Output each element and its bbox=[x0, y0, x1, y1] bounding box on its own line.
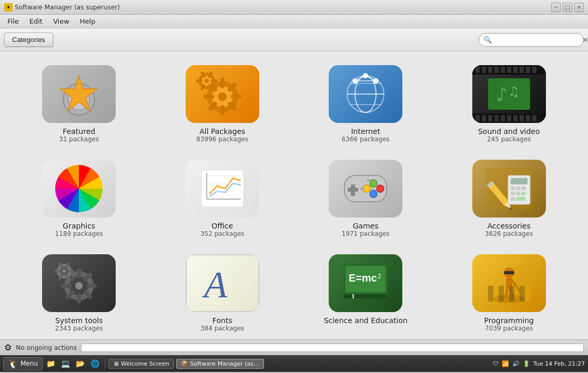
category-item-graphics[interactable]: Graphics1189 packages bbox=[11, 154, 148, 243]
welcome-icon: 🖥 bbox=[113, 360, 119, 367]
category-count-sound-video: 245 packages bbox=[487, 136, 531, 143]
titlebar: ▾ Software Manager (as superuser) − □ × bbox=[0, 0, 588, 15]
svg-rect-57 bbox=[511, 178, 528, 184]
search-icon: 🔍 bbox=[483, 36, 492, 44]
taskbar-welcome-window[interactable]: 🖥 Welcome Screen bbox=[108, 359, 174, 369]
taskbar-icon-1[interactable]: 📁 bbox=[45, 357, 57, 370]
svg-point-79 bbox=[63, 270, 66, 273]
svg-line-85 bbox=[66, 264, 68, 267]
svg-point-68 bbox=[75, 282, 83, 289]
category-item-science[interactable]: E=mc 2 Science and Education bbox=[297, 249, 434, 337]
svg-rect-60 bbox=[521, 186, 525, 190]
graphics-icon bbox=[42, 160, 116, 217]
svg-rect-95 bbox=[504, 271, 514, 274]
svg-rect-103 bbox=[509, 286, 514, 302]
taskbar-icon-2[interactable]: 💻 bbox=[59, 357, 72, 370]
svg-line-84 bbox=[60, 264, 62, 267]
svg-rect-102 bbox=[499, 286, 504, 302]
category-item-system-tools[interactable]: System tools2343 packages bbox=[11, 249, 148, 337]
featured-icon bbox=[42, 65, 116, 123]
category-name-accessories: Accessories bbox=[488, 222, 531, 230]
close-button[interactable]: × bbox=[574, 3, 584, 12]
category-count-office: 352 packages bbox=[200, 230, 245, 237]
categories-button[interactable]: Categories bbox=[4, 33, 53, 47]
svg-rect-92 bbox=[352, 294, 354, 298]
menu-icon: 🐧 bbox=[8, 359, 18, 369]
status-gear-icon: ⚙ bbox=[4, 343, 12, 353]
taskbar-softmanager-window[interactable]: 📦 Software Manager (as... bbox=[176, 359, 264, 369]
category-count-games: 1971 packages bbox=[342, 230, 390, 237]
search-box: 🔍 ✕ bbox=[479, 33, 584, 47]
category-item-programming[interactable]: Programming7039 packages bbox=[441, 249, 578, 337]
category-count-graphics: 1189 packages bbox=[55, 230, 103, 237]
svg-line-81 bbox=[66, 275, 68, 278]
app-icon: ▾ bbox=[4, 3, 13, 12]
svg-line-19 bbox=[202, 86, 204, 89]
menu-edit[interactable]: Edit bbox=[24, 16, 48, 27]
category-name-programming: Programming bbox=[484, 316, 534, 325]
category-count-fonts: 384 packages bbox=[200, 325, 245, 332]
taskbar-icon-3[interactable]: 📂 bbox=[74, 357, 87, 370]
svg-rect-49 bbox=[360, 188, 364, 190]
tray-icon-1: 🛡 bbox=[493, 360, 499, 367]
category-item-fonts[interactable]: A Fonts384 packages bbox=[154, 249, 291, 337]
category-name-office: Office bbox=[211, 222, 233, 230]
taskbar-menu-button[interactable]: 🐧 Menu bbox=[3, 357, 43, 370]
menu-help[interactable]: Help bbox=[75, 16, 101, 27]
tray-icon-3: 🔊 bbox=[512, 360, 520, 367]
category-count-system-tools: 2343 packages bbox=[55, 325, 103, 332]
category-item-accessories[interactable]: Accessories3626 packages bbox=[441, 154, 578, 243]
window-title: Software Manager (as superuser) bbox=[15, 4, 120, 11]
svg-rect-61 bbox=[511, 192, 515, 195]
category-item-all-packages[interactable]: All Packages83996 packages bbox=[154, 60, 291, 148]
svg-rect-50 bbox=[367, 179, 371, 182]
menu-view[interactable]: View bbox=[48, 16, 75, 27]
category-count-all-packages: 83996 packages bbox=[196, 136, 248, 143]
fonts-icon: A bbox=[186, 254, 259, 312]
category-item-internet[interactable]: Internet6366 packages bbox=[297, 60, 434, 148]
softmanager-label: Software Manager (as... bbox=[190, 360, 259, 367]
menu-file[interactable]: File bbox=[2, 16, 24, 27]
tray-icon-4: 🔋 bbox=[523, 360, 530, 367]
svg-rect-58 bbox=[511, 186, 515, 190]
svg-rect-44 bbox=[348, 188, 358, 192]
minimize-button[interactable]: − bbox=[551, 3, 561, 12]
internet-icon bbox=[329, 65, 402, 123]
svg-line-21 bbox=[202, 72, 204, 76]
category-name-system-tools: System tools bbox=[55, 316, 103, 325]
taskbar-right: 🛡 📶 🔊 🔋 Tue 14 Feb, 21:27 bbox=[493, 360, 585, 367]
category-item-office[interactable]: Office352 packages bbox=[154, 154, 291, 243]
category-item-games[interactable]: Games1971 packages bbox=[297, 154, 434, 243]
science-icon: E=mc 2 bbox=[329, 254, 402, 312]
softmanager-icon: 📦 bbox=[181, 360, 188, 367]
svg-point-45 bbox=[370, 180, 377, 187]
svg-point-16 bbox=[205, 79, 209, 83]
statusbar: ⚙ No ongoing actions bbox=[0, 339, 588, 355]
systemtools-icon bbox=[42, 254, 116, 312]
tray-icon-2: 📶 bbox=[502, 360, 509, 367]
search-input[interactable] bbox=[494, 36, 582, 44]
svg-text:♫: ♫ bbox=[508, 84, 520, 99]
svg-point-47 bbox=[370, 190, 377, 198]
taskbar-icon-4[interactable]: 🌐 bbox=[89, 357, 102, 370]
svg-line-82 bbox=[60, 275, 62, 278]
category-name-internet: Internet bbox=[351, 127, 380, 136]
games-icon bbox=[329, 160, 402, 217]
svg-text:♪: ♪ bbox=[496, 84, 508, 105]
svg-rect-91 bbox=[343, 294, 388, 298]
category-name-all-packages: All Packages bbox=[199, 127, 245, 136]
category-item-sound-video[interactable]: ♪ ♫ Sound and video245 packages bbox=[441, 60, 578, 148]
datetime: Tue 14 Feb, 21:27 bbox=[533, 360, 585, 367]
svg-line-22 bbox=[209, 72, 211, 76]
titlebar-controls: − □ × bbox=[551, 3, 584, 12]
category-name-graphics: Graphics bbox=[63, 222, 95, 230]
svg-rect-62 bbox=[516, 192, 520, 195]
all-icon bbox=[186, 65, 259, 123]
taskbar-separator bbox=[105, 358, 105, 369]
maximize-button[interactable]: □ bbox=[563, 3, 572, 12]
svg-rect-104 bbox=[520, 286, 525, 302]
categories-grid: Featured31 packages bbox=[11, 60, 577, 337]
search-clear-icon[interactable]: ✕ bbox=[582, 36, 588, 44]
category-item-featured[interactable]: Featured31 packages bbox=[11, 60, 148, 148]
svg-rect-63 bbox=[521, 192, 525, 195]
